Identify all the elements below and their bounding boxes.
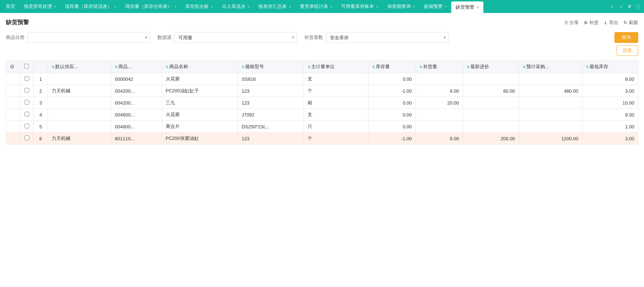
row-checkbox-cell[interactable]	[21, 109, 34, 121]
tab-close-overstock-warning[interactable]: ×	[445, 4, 447, 9]
tab-close-shortage-warning[interactable]: ×	[477, 5, 479, 9]
row-latest-price: 200.00	[463, 133, 519, 145]
row-supplier: 力天机械	[48, 85, 111, 97]
tab-batch-account[interactable]: 库存批次账×	[181, 0, 217, 13]
row-spec: J7092	[238, 109, 304, 121]
tab-picking-anomaly[interactable]: 拣货异常处理×	[19, 0, 61, 13]
row-replenish	[415, 121, 463, 133]
row-checkbox-cell[interactable]	[21, 133, 34, 145]
tab-inventory-dist[interactable]: 现存量（库存分布表）×	[121, 0, 181, 13]
tab-close-expiry-query[interactable]: ×	[413, 4, 415, 9]
row-min-inventory: 1.00	[582, 121, 638, 133]
refresh-button[interactable]: ↻ 刷新	[623, 19, 638, 26]
tab-expiry-query[interactable]: 保质期查询×	[383, 0, 419, 13]
tab-close-picking-anomaly[interactable]: ×	[54, 4, 56, 9]
tab-close-window-button[interactable]: ✕	[625, 2, 634, 11]
row-checkbox[interactable]	[25, 136, 29, 140]
row-min-inventory: 3.00	[582, 85, 638, 97]
inventory-col-header[interactable]: ⇅库存量	[369, 61, 416, 73]
row-replenish	[415, 109, 463, 121]
row-replenish: 20.00	[415, 97, 463, 109]
tab-receive-summary[interactable]: 收发存汇总表×	[254, 0, 295, 13]
row-name: 火花塞	[162, 109, 238, 121]
row-unit: 只	[304, 121, 368, 133]
supplier-col-header[interactable]: ⇅默认供应...	[48, 61, 111, 73]
spec-col-header[interactable]: ⇅规格型号	[238, 61, 304, 73]
settings-col-header[interactable]: ⚙	[6, 61, 21, 73]
tab-home[interactable]: 首页	[1, 0, 19, 13]
row-spec: 123	[238, 85, 304, 97]
product-category-label: 商品分类	[6, 34, 25, 41]
query-button[interactable]: 查询	[614, 32, 638, 43]
sort-icon: ⇅	[586, 65, 589, 69]
row-checkbox[interactable]	[25, 100, 29, 105]
row-supplier	[48, 109, 111, 121]
row-unit: 箱	[304, 97, 368, 109]
data-source-select[interactable]: 可用量	[174, 32, 297, 43]
latest-price-col-header[interactable]: ⇅最新进价	[463, 61, 519, 73]
tab-close-receive-summary[interactable]: ×	[289, 4, 291, 9]
table-row: 4 004600... 火花塞 J7092 支 0.00 8.00	[6, 109, 638, 121]
row-checkbox[interactable]	[25, 88, 29, 93]
tab-close-batch-account[interactable]: ×	[211, 4, 213, 9]
row-checkbox[interactable]	[25, 112, 29, 116]
product-category-select[interactable]	[27, 32, 150, 43]
tab-label: 现存量（库存分布表）	[125, 3, 172, 10]
tab-label: 首页	[6, 3, 15, 10]
seq-col-header	[34, 61, 48, 73]
row-spec: DS250*23c...	[238, 121, 304, 133]
row-unit: 支	[304, 73, 368, 85]
replenish-col-header[interactable]: ⇅补货量	[415, 61, 463, 73]
select-all-checkbox[interactable]	[24, 64, 29, 69]
row-settings-cell	[6, 73, 21, 85]
page-header: 缺货预警 ⎘ 分享 ⊕ 补货 ⤓ 导出 ↻ 刷新	[6, 19, 638, 26]
tab-label: 库存批次账	[185, 3, 209, 10]
tab-maximize-button[interactable]: □	[634, 2, 643, 11]
tab-inout-flow[interactable]: 出入库流水×	[218, 0, 254, 13]
tab-shortage-warning[interactable]: 缺货预警×	[451, 1, 483, 13]
tab-next-button[interactable]: ›	[617, 2, 625, 11]
product-code-col-header[interactable]: ⇅商品...	[111, 61, 162, 73]
row-checkbox-cell[interactable]	[21, 121, 34, 133]
checkbox-col-header[interactable]	[21, 61, 34, 73]
data-table: ⚙ ⇅默认供应... ⇅商品... ⇅商品名称 ⇅规格型号	[6, 60, 638, 145]
row-latest-price	[463, 97, 519, 109]
row-checkbox-cell[interactable]	[21, 97, 34, 109]
product-name-col-header[interactable]: ⇅商品名称	[162, 61, 238, 73]
tab-close-demand-stat[interactable]: ×	[330, 4, 332, 9]
tab-close-inout-flow[interactable]: ×	[248, 4, 250, 9]
tab-label: 现存量（库存状况表）	[65, 3, 112, 10]
gear-icon[interactable]: ⚙	[10, 63, 14, 70]
row-estimated: 480.00	[519, 85, 582, 97]
tab-overstock-warning[interactable]: 超储预警×	[419, 0, 451, 13]
unit-col-header[interactable]: ⇅主计量单位	[304, 61, 368, 73]
row-inventory: 0.00	[369, 121, 416, 133]
row-supplier	[48, 73, 111, 85]
tab-demand-stat[interactable]: 要货单统计表×	[296, 0, 337, 13]
tab-close-inventory-status[interactable]: ×	[114, 4, 116, 9]
row-min-inventory: 8.00	[582, 109, 638, 121]
tab-close-available-ledger[interactable]: ×	[376, 4, 378, 9]
row-checkbox-cell[interactable]	[21, 85, 34, 97]
header-actions: ⎘ 分享 ⊕ 补货 ⤓ 导出 ↻ 刷新	[565, 19, 638, 26]
tab-available-ledger[interactable]: 可用量库存账本×	[337, 0, 383, 13]
min-inventory-col-header[interactable]: ⇅最低库存	[582, 61, 638, 73]
share-button[interactable]: ⎘ 分享	[565, 19, 579, 26]
tab-prev-button[interactable]: ‹	[608, 2, 617, 11]
sort-icon: ⇅	[52, 65, 55, 69]
row-spec: SS816	[238, 73, 304, 85]
row-checkbox-cell[interactable]	[21, 73, 34, 85]
row-checkbox[interactable]	[25, 76, 29, 81]
settings-button[interactable]: 设置	[617, 45, 638, 56]
row-replenish: 6.00	[415, 133, 463, 145]
row-checkbox[interactable]	[25, 124, 29, 128]
table-row: 5 004800... 离合片 DS250*23c... 只 0.00 1.00	[6, 121, 638, 133]
replenish-basis-select[interactable]: 安全库存	[326, 32, 449, 43]
estimated-purchase-col-header[interactable]: ⇅预计采购...	[519, 61, 582, 73]
row-estimated	[519, 109, 582, 121]
tab-inventory-status[interactable]: 现存量（库存状况表）×	[61, 0, 121, 13]
replenish-button[interactable]: ⊕ 补货	[584, 19, 599, 26]
row-spec: 123	[238, 97, 304, 109]
export-button[interactable]: ⤓ 导出	[604, 19, 618, 26]
tab-close-inventory-dist[interactable]: ×	[174, 4, 177, 9]
